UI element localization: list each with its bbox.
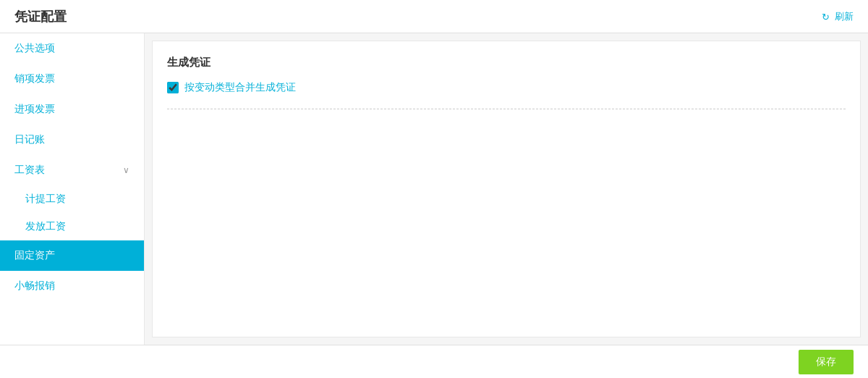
sidebar-item-label: 公共选项	[14, 42, 55, 55]
sidebar-sub-item-label: 计提工资	[25, 193, 66, 204]
sidebar-item-public-options[interactable]: 公共选项	[0, 33, 144, 64]
sidebar-item-purchase-invoice[interactable]: 进项发票	[0, 94, 144, 125]
refresh-icon: ↻	[822, 12, 832, 22]
sidebar-item-commission-payroll[interactable]: 计提工资	[0, 185, 144, 213]
sidebar-item-label: 销项发票	[14, 72, 55, 85]
sidebar-item-fixed-assets[interactable]: 固定资产	[0, 240, 144, 271]
refresh-button[interactable]: ↻ 刷新	[822, 10, 854, 23]
save-button[interactable]: 保存	[799, 350, 854, 374]
sidebar: 公共选项 销项发票 进项发票 日记账 工资表 ∨ 计提工资	[0, 33, 145, 345]
page-title: 凭证配置	[14, 8, 67, 25]
checkbox-label[interactable]: 按变动类型合并生成凭证	[184, 81, 296, 94]
sidebar-item-label: 日记账	[14, 133, 45, 146]
sidebar-item-journal[interactable]: 日记账	[0, 125, 144, 155]
header: 凭证配置 ↻ 刷新	[0, 0, 868, 33]
footer: 保存	[0, 345, 868, 378]
section-title: 生成凭证	[167, 56, 846, 70]
page-wrapper: 凭证配置 ↻ 刷新 公共选项 销项发票 进项发票 日记账	[0, 0, 868, 378]
sidebar-item-payroll[interactable]: 工资表 ∨	[0, 155, 144, 185]
sidebar-item-sales-invoice[interactable]: 销项发票	[0, 64, 144, 94]
sidebar-item-distribute-payroll[interactable]: 发放工资	[0, 213, 144, 240]
sidebar-item-label: 固定资产	[14, 249, 55, 262]
sidebar-item-label: 进项发票	[14, 103, 55, 116]
chevron-down-icon: ∨	[123, 165, 129, 175]
body: 公共选项 销项发票 进项发票 日记账 工资表 ∨ 计提工资	[0, 33, 868, 345]
divider	[167, 109, 846, 109]
merge-checkbox[interactable]	[167, 82, 179, 93]
sidebar-item-label: 小畅报销	[14, 280, 55, 293]
refresh-label: 刷新	[835, 10, 854, 23]
sidebar-item-expense-report[interactable]: 小畅报销	[0, 271, 144, 301]
sidebar-sub-item-label: 发放工资	[25, 220, 66, 232]
main-content: 生成凭证 按变动类型合并生成凭证	[152, 41, 861, 337]
sidebar-item-label: 工资表	[14, 164, 45, 177]
checkbox-row: 按变动类型合并生成凭证	[167, 81, 846, 94]
